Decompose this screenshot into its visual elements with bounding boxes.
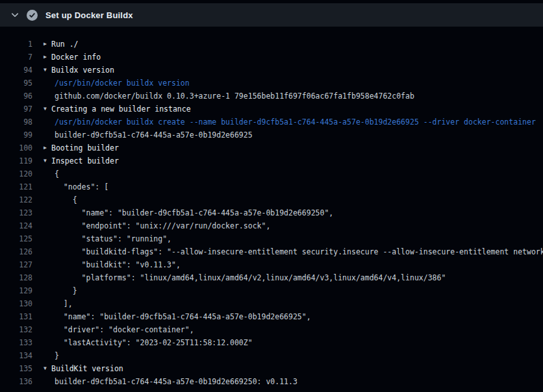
line-number-link[interactable]: 94	[0, 64, 32, 77]
log-line-row: 132 "driver": "docker-container",	[0, 323, 543, 336]
log-line-row: 125 "status": "running",	[0, 232, 543, 245]
group-title[interactable]: Buildx version	[51, 64, 114, 77]
log-line-row: 129 }	[0, 284, 543, 297]
output-text: {	[55, 167, 59, 180]
output-text: "platforms": "linux/amd64,linux/amd64/v2…	[55, 271, 446, 284]
command-text: /usr/bin/docker buildx create --name bui…	[55, 116, 536, 129]
log-line-row: 128 "platforms": "linux/amd64,linux/amd6…	[0, 271, 543, 284]
line-number-link[interactable]: 97	[0, 103, 32, 116]
output-text: "name": "builder-d9cfb5a1-c764-445a-a57e…	[55, 206, 333, 219]
step-title: Set up Docker Buildx	[45, 10, 133, 20]
group-title[interactable]: Docker info	[51, 51, 101, 64]
line-number-link[interactable]: 7	[0, 51, 32, 64]
output-text: "nodes": [	[55, 180, 108, 193]
log-line-row: 121 "nodes": [	[0, 180, 543, 193]
line-number-link[interactable]: 122	[0, 193, 32, 206]
output-text: "name": "builder-d9cfb5a1-c764-445a-a57e…	[55, 310, 311, 323]
check-circle-icon	[27, 10, 38, 21]
log-line-row: 122 {	[0, 193, 543, 206]
line-number-link[interactable]: 136	[0, 375, 32, 388]
group-title[interactable]: Creating a new builder instance	[51, 103, 191, 116]
output-text: "buildkitd-flags": "--allow-insecure-ent…	[55, 245, 543, 258]
log-line-row: 134}	[0, 349, 543, 362]
line-number-link[interactable]: 135	[0, 362, 32, 375]
line-number-link[interactable]: 134	[0, 349, 32, 362]
group-expanded-arrow-icon[interactable]: ▼	[44, 103, 51, 116]
line-number-link[interactable]: 95	[0, 77, 32, 90]
line-number-link[interactable]: 119	[0, 154, 32, 167]
output-text: "status": "running",	[55, 232, 171, 245]
line-number-link[interactable]: 132	[0, 323, 32, 336]
line-number-link[interactable]: 1	[0, 38, 32, 51]
output-text: "buildkit": "v0.11.3",	[55, 258, 181, 271]
output-text: "endpoint": "unix:///var/run/docker.sock…	[55, 219, 270, 232]
output-text: }	[55, 349, 59, 362]
line-number-link[interactable]: 133	[0, 336, 32, 349]
group-title[interactable]: Booting builder	[51, 141, 119, 154]
log-group-row[interactable]: 100▶Booting builder	[0, 141, 543, 154]
log-line-row: 95/usr/bin/docker buildx version	[0, 77, 543, 90]
group-collapsed-arrow-icon[interactable]: ▶	[44, 141, 51, 154]
group-collapsed-arrow-icon[interactable]: ▶	[44, 38, 51, 51]
group-title[interactable]: BuildKit version	[51, 362, 123, 375]
log-line-row: 131 "name": "builder-d9cfb5a1-c764-445a-…	[0, 310, 543, 323]
output-text: {	[55, 193, 77, 206]
log-lines: 1▶Run ./7▶Docker info94▼Buildx version95…	[0, 27, 543, 388]
line-number-link[interactable]: 98	[0, 116, 32, 129]
line-number-link[interactable]: 124	[0, 219, 32, 232]
log-group-row[interactable]: 7▶Docker info	[0, 51, 543, 64]
line-number-link[interactable]: 130	[0, 297, 32, 310]
log-group-row[interactable]: 94▼Buildx version	[0, 64, 543, 77]
log-line-row: 130 ],	[0, 297, 543, 310]
log-line-row: 120{	[0, 167, 543, 180]
log-line-row: 127 "buildkit": "v0.11.3",	[0, 258, 543, 271]
log-line-row: 98/usr/bin/docker buildx create --name b…	[0, 116, 543, 129]
log-line-row: 126 "buildkitd-flags": "--allow-insecure…	[0, 245, 543, 258]
output-text: }	[55, 284, 77, 297]
line-number-link[interactable]: 125	[0, 232, 32, 245]
log-line-row: 136builder-d9cfb5a1-c764-445a-a57e-0b19d…	[0, 375, 543, 388]
log-line-row: 96github.com/docker/buildx 0.10.3+azure-…	[0, 90, 543, 103]
output-text: github.com/docker/buildx 0.10.3+azure-1 …	[55, 90, 414, 103]
log-line-row: 133 "lastActivity": "2023-02-25T11:58:12…	[0, 336, 543, 349]
log-group-row[interactable]: 97▼Creating a new builder instance	[0, 103, 543, 116]
line-number-link[interactable]: 121	[0, 180, 32, 193]
log-line-row: 124 "endpoint": "unix:///var/run/docker.…	[0, 219, 543, 232]
log-line-row: 123 "name": "builder-d9cfb5a1-c764-445a-…	[0, 206, 543, 219]
log-group-row[interactable]: 119▼Inspect builder	[0, 154, 543, 167]
line-number-link[interactable]: 131	[0, 310, 32, 323]
line-number-link[interactable]: 96	[0, 90, 32, 103]
group-title[interactable]: Inspect builder	[51, 154, 119, 167]
command-text: /usr/bin/docker buildx version	[55, 77, 190, 90]
log-group-row[interactable]: 1▶Run ./	[0, 38, 543, 51]
output-text: ],	[55, 297, 73, 310]
line-number-link[interactable]: 120	[0, 167, 32, 180]
line-number-link[interactable]: 99	[0, 129, 32, 141]
line-number-link[interactable]: 100	[0, 141, 32, 154]
group-title[interactable]: Run ./	[51, 38, 79, 51]
output-text: builder-d9cfb5a1-c764-445a-a57e-0b19d2e6…	[55, 375, 297, 388]
log-group-row[interactable]: 135▼BuildKit version	[0, 362, 543, 375]
log-line-row: 99builder-d9cfb5a1-c764-445a-a57e-0b19d2…	[0, 129, 543, 141]
output-text: builder-d9cfb5a1-c764-445a-a57e-0b19d2e6…	[55, 129, 253, 141]
line-number-link[interactable]: 126	[0, 245, 32, 258]
step-header[interactable]: Set up Docker Buildx	[0, 3, 543, 27]
output-text: "lastActivity": "2023-02-25T11:58:12.000…	[55, 336, 253, 349]
group-expanded-arrow-icon[interactable]: ▼	[44, 362, 51, 375]
line-number-link[interactable]: 127	[0, 258, 32, 271]
group-collapsed-arrow-icon[interactable]: ▶	[44, 51, 51, 64]
group-expanded-arrow-icon[interactable]: ▼	[44, 154, 51, 167]
chevron-down-icon[interactable]	[10, 10, 19, 19]
line-number-link[interactable]: 128	[0, 271, 32, 284]
output-text: "driver": "docker-container",	[55, 323, 194, 336]
line-number-link[interactable]: 123	[0, 206, 32, 219]
line-number-link[interactable]: 129	[0, 284, 32, 297]
group-expanded-arrow-icon[interactable]: ▼	[44, 64, 51, 77]
